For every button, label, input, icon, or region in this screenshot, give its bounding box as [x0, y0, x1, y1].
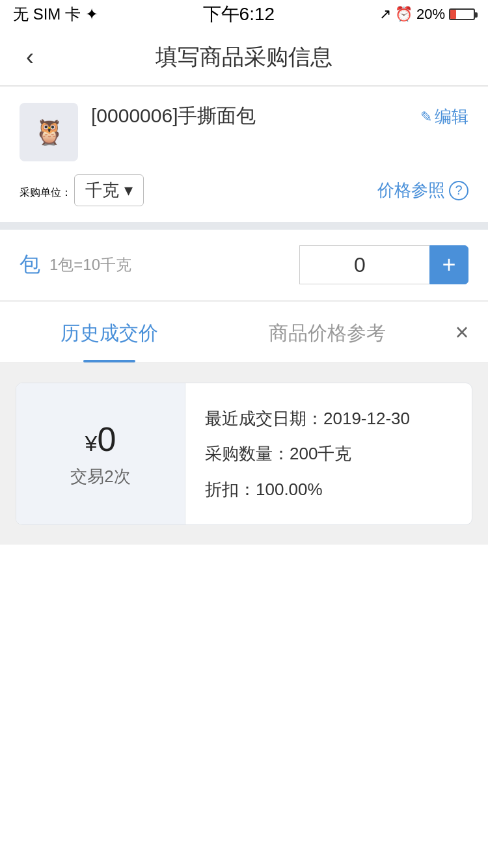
location-icon: ↗: [379, 6, 391, 23]
qty-label-group: 包 1包=10千克: [20, 251, 131, 279]
date-row: 最近成交日期：2019-12-30: [205, 407, 452, 430]
back-button[interactable]: ‹: [20, 37, 40, 77]
transaction-count: 交易2次: [70, 465, 130, 488]
edit-icon: ✎: [420, 109, 432, 126]
history-price-panel: ¥0 交易2次: [16, 383, 185, 524]
history-details-panel: 最近成交日期：2019-12-30 采购数量：200千克 折扣：100.00%: [185, 383, 472, 524]
qty-row-detail: 采购数量：200千克: [205, 442, 452, 465]
bag-label: 包: [20, 251, 40, 279]
history-price-value: ¥0: [85, 420, 116, 459]
date-label: 最近成交日期：: [205, 409, 323, 428]
history-section: ¥0 交易2次 最近成交日期：2019-12-30 采购数量：200千克 折扣：…: [0, 363, 488, 545]
alarm-icon: ⏰: [395, 6, 413, 23]
discount-row: 折扣：100.00%: [205, 478, 452, 501]
tab-history-price[interactable]: 历史成交价: [0, 302, 218, 362]
dropdown-arrow-icon: ▾: [124, 180, 133, 200]
history-card: ¥0 交易2次 最近成交日期：2019-12-30 采购数量：200千克 折扣：…: [16, 383, 472, 525]
sim-status: 无 SIM 卡 ✦: [13, 4, 98, 25]
product-top-row: 🦉 [0000006]手撕面包 ✎ 编辑: [20, 103, 468, 161]
plus-button[interactable]: +: [429, 245, 468, 284]
edit-label: 编辑: [435, 105, 468, 128]
date-value: 2019-12-30: [323, 409, 410, 428]
product-logo-icon: 🦉: [34, 118, 64, 146]
product-info: 🦉 [0000006]手撕面包: [20, 103, 420, 161]
tab-product-price-ref[interactable]: 商品价格参考: [218, 302, 436, 362]
status-time: 下午6:12: [203, 2, 275, 27]
product-thumbnail: 🦉: [20, 103, 78, 161]
status-left: 无 SIM 卡 ✦: [13, 4, 98, 25]
edit-button[interactable]: ✎ 编辑: [420, 103, 468, 128]
unit-label: 采购单位：: [20, 187, 72, 198]
status-right: ↗ ⏰ 20%: [379, 6, 475, 23]
discount-label: 折扣：: [205, 480, 256, 499]
separator: [0, 222, 488, 230]
battery-icon: [449, 8, 475, 20]
price-reference-button[interactable]: 价格参照 ?: [377, 179, 468, 202]
battery-percent: 20%: [416, 6, 445, 23]
discount-value: 100.00%: [256, 480, 323, 499]
unit-dropdown[interactable]: 千克 ▾: [74, 174, 144, 206]
tab-active-indicator: [83, 360, 135, 362]
tab2-label: 商品价格参考: [269, 322, 386, 344]
question-icon: ?: [449, 181, 468, 200]
quantity-control: +: [299, 245, 468, 284]
product-id: [0000006]: [91, 105, 178, 126]
status-bar: 无 SIM 卡 ✦ 下午6:12 ↗ ⏰ 20%: [0, 0, 488, 29]
tabs-bar: 历史成交价 商品价格参考 ×: [0, 302, 488, 363]
currency-symbol: ¥: [85, 431, 98, 455]
qty-value: 200千克: [290, 444, 351, 463]
unit-row: 采购单位： 千克 ▾ 价格参照 ?: [20, 174, 468, 206]
product-name-area: [0000006]手撕面包: [91, 103, 256, 129]
quantity-row: 包 1包=10千克 +: [0, 230, 488, 301]
header: ‹ 填写商品采购信息: [0, 29, 488, 86]
bottom-area: [0, 545, 488, 868]
qty-label: 采购数量：: [205, 444, 290, 463]
product-card: 🦉 [0000006]手撕面包 ✎ 编辑 采购单位： 千克 ▾ 价格参照 ?: [0, 87, 488, 222]
price-ref-label: 价格参照: [377, 179, 445, 202]
unit-value: 千克: [85, 179, 119, 202]
product-name: [0000006]手撕面包: [91, 102, 256, 126]
unit-label-group: 采购单位： 千克 ▾: [20, 174, 144, 206]
tabs-close-button[interactable]: ×: [436, 306, 488, 359]
price-number: 0: [98, 420, 116, 458]
unit-hint: 1包=10千克: [49, 254, 131, 275]
quantity-input[interactable]: [299, 245, 429, 284]
tab1-label: 历史成交价: [61, 322, 158, 344]
page-title: 填写商品采购信息: [156, 42, 332, 72]
